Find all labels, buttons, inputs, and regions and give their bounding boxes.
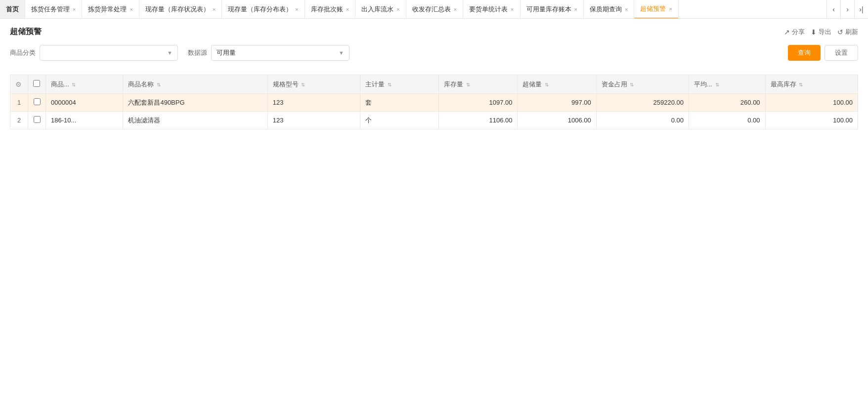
row-checkbox-cell xyxy=(28,112,46,129)
nav-tab-jianhuorenwu[interactable]: 拣货任务管理 × xyxy=(25,0,82,19)
table-body: 1 0000004 六配套新昌490BPG 123 套 1097.00 997.… xyxy=(10,94,858,129)
row-capital: 259220.00 xyxy=(596,94,689,112)
close-icon[interactable]: × xyxy=(295,6,298,12)
filter-row: 商品分类 ▼ 数据源 可用量 ▼ xyxy=(10,45,349,61)
table-header-row: 商品... ⇅ 商品名称 ⇅ 规格型号 ⇅ 主计量 ⇅ 库存量 ⇅ xyxy=(10,75,858,94)
chevron-down-icon: ▼ xyxy=(339,50,344,56)
nav-next-icon[interactable]: › xyxy=(840,0,854,19)
page-content: 超储预警 ↗ 分享 ⬇ 导出 ↺ 刷新 商品分类 ▼ xyxy=(0,19,868,395)
close-icon[interactable]: × xyxy=(213,6,216,12)
th-unit[interactable]: 主计量 ⇅ xyxy=(360,75,439,94)
page-title: 超储预警 xyxy=(10,27,42,37)
header-actions: ↗ 分享 ⬇ 导出 ↺ 刷新 xyxy=(784,28,858,37)
nav-prev-icon[interactable]: ‹ xyxy=(826,0,840,19)
nav-scroll-arrows: ‹ › ›| xyxy=(826,0,868,19)
th-product-name[interactable]: 商品名称 ⇅ xyxy=(123,75,267,94)
row-avg: 0.00 xyxy=(689,112,766,129)
setting-button[interactable]: 设置 xyxy=(825,45,858,61)
th-gear xyxy=(10,75,28,94)
table-row: 2 186-10... 机油滤清器 123 个 1106.00 1006.00 … xyxy=(10,112,858,129)
chevron-down-icon: ▼ xyxy=(167,50,173,56)
close-icon[interactable]: × xyxy=(625,6,628,12)
row-checkbox-cell xyxy=(28,94,46,112)
nav-tab-baozhi-chaxun[interactable]: 保质期查询 × xyxy=(584,0,634,19)
nav-tab-shoufacun-huizong[interactable]: 收发存汇总表 × xyxy=(406,0,463,19)
sort-icon: ⇅ xyxy=(545,82,549,87)
th-overstock[interactable]: 超储量 ⇅ xyxy=(518,75,596,94)
close-icon[interactable]: × xyxy=(346,6,349,12)
export-icon: ⬇ xyxy=(811,28,817,36)
row-unit: 套 xyxy=(360,94,439,112)
row-unit: 个 xyxy=(360,112,439,129)
table-row: 1 0000004 六配套新昌490BPG 123 套 1097.00 997.… xyxy=(10,94,858,112)
sort-icon: ⇅ xyxy=(157,82,161,87)
refresh-icon: ↺ xyxy=(837,28,843,36)
row-stock: 1106.00 xyxy=(439,112,518,129)
select-all-checkbox[interactable] xyxy=(33,80,40,87)
row-stock: 1097.00 xyxy=(439,94,518,112)
close-icon[interactable]: × xyxy=(511,6,514,12)
sort-icon: ⇅ xyxy=(799,82,803,87)
row-product-name: 六配套新昌490BPG xyxy=(123,94,267,112)
row-max-stock: 100.00 xyxy=(765,94,858,112)
share-button[interactable]: ↗ 分享 xyxy=(784,28,805,37)
nav-tab-xiancunliang-fenbiao[interactable]: 现存量（库存分布表） × xyxy=(222,0,304,19)
nav-tab-xiancunliang-kuangkuang[interactable]: 现存量（库存状况表） × xyxy=(139,0,222,19)
row-product-code: 0000004 xyxy=(46,94,123,112)
sort-icon: ⇅ xyxy=(715,82,719,87)
close-icon[interactable]: × xyxy=(73,6,76,12)
category-select[interactable]: ▼ xyxy=(40,45,178,61)
nav-tab-keyongliang-zhangben[interactable]: 可用量库存账本 × xyxy=(521,0,584,19)
row-max-stock: 100.00 xyxy=(765,112,858,129)
close-icon[interactable]: × xyxy=(130,6,132,12)
close-icon[interactable]: × xyxy=(669,6,672,12)
close-icon[interactable]: × xyxy=(396,6,399,12)
row-avg: 260.00 xyxy=(689,94,766,112)
close-icon[interactable]: × xyxy=(574,6,577,12)
row-number: 1 xyxy=(10,94,28,112)
sort-icon: ⇅ xyxy=(466,82,470,87)
row-checkbox[interactable] xyxy=(34,98,41,105)
row-number: 2 xyxy=(10,112,28,129)
th-avg[interactable]: 平均... ⇅ xyxy=(689,75,766,94)
row-spec: 123 xyxy=(267,112,360,129)
nav-more-icon[interactable]: ›| xyxy=(854,0,868,19)
sort-icon: ⇅ xyxy=(301,82,305,87)
sort-icon: ⇅ xyxy=(630,82,634,87)
nav-tab-kucun-pici[interactable]: 库存批次账 × xyxy=(305,0,355,19)
query-button[interactable]: 查询 xyxy=(788,45,821,61)
row-checkbox[interactable] xyxy=(34,116,41,123)
nav-tab-churuku-liushui[interactable]: 出入库流水 × xyxy=(355,0,406,19)
refresh-button[interactable]: ↺ 刷新 xyxy=(837,28,858,37)
th-stock[interactable]: 库存量 ⇅ xyxy=(439,75,518,94)
close-icon[interactable]: × xyxy=(454,6,457,12)
row-product-code: 186-10... xyxy=(46,112,123,129)
row-capital: 0.00 xyxy=(596,112,689,129)
nav-home[interactable]: 首页 xyxy=(0,0,25,19)
nav-tab-chaochuyujing[interactable]: 超储预警 × xyxy=(634,0,678,19)
datasource-select[interactable]: 可用量 ▼ xyxy=(211,45,349,61)
action-buttons: 查询 设置 xyxy=(788,45,858,61)
row-product-name: 机油滤清器 xyxy=(123,112,267,129)
row-overstock: 997.00 xyxy=(518,94,596,112)
nav-tab-yaohuo-tongji[interactable]: 要货单统计表 × xyxy=(463,0,520,19)
sort-icon: ⇅ xyxy=(388,82,391,87)
page-header: 超储预警 ↗ 分享 ⬇ 导出 ↺ 刷新 xyxy=(10,27,858,37)
share-icon: ↗ xyxy=(784,28,790,36)
datasource-filter-item: 数据源 可用量 ▼ xyxy=(188,45,349,61)
nav-tab-jianhuo-yichang[interactable]: 拣货异常处理 × xyxy=(82,0,139,19)
th-max-stock[interactable]: 最高库存 ⇅ xyxy=(765,75,858,94)
export-button[interactable]: ⬇ 导出 xyxy=(811,28,831,37)
th-product-code[interactable]: 商品... ⇅ xyxy=(46,75,123,94)
category-label: 商品分类 xyxy=(10,48,36,57)
datasource-label: 数据源 xyxy=(188,48,207,57)
data-table: 商品... ⇅ 商品名称 ⇅ 规格型号 ⇅ 主计量 ⇅ 库存量 ⇅ xyxy=(10,75,858,129)
top-navigation: 首页 拣货任务管理 × 拣货异常处理 × 现存量（库存状况表） × 现存量（库存… xyxy=(0,0,868,19)
row-spec: 123 xyxy=(267,94,360,112)
th-capital[interactable]: 资金占用 ⇅ xyxy=(596,75,689,94)
sort-icon: ⇅ xyxy=(72,82,76,87)
gear-icon[interactable] xyxy=(15,81,22,88)
th-checkbox xyxy=(28,75,46,94)
th-spec[interactable]: 规格型号 ⇅ xyxy=(267,75,360,94)
row-overstock: 1006.00 xyxy=(518,112,596,129)
